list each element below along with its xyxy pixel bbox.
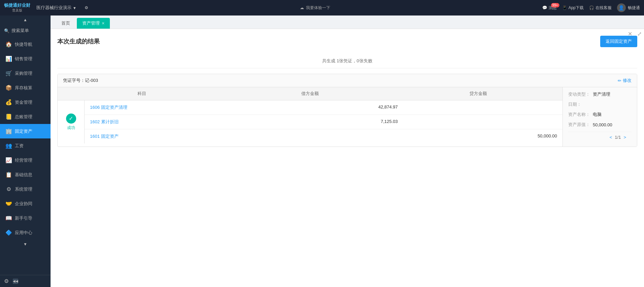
company-selector[interactable]: 医疗器械行业演示 ▾ bbox=[34, 3, 79, 12]
scroll-up-arrow[interactable]: ▲ bbox=[0, 17, 51, 23]
sidebar-label-funds: 资金管理 bbox=[15, 99, 32, 105]
growth-icon: 📈 bbox=[5, 157, 12, 163]
cart-icon: 🛒 bbox=[5, 70, 12, 76]
detail-asset-value: 资产原值： 50,000.00 bbox=[568, 122, 632, 128]
row3-subject[interactable]: 1601 固定资产 bbox=[85, 129, 244, 144]
sidebar-item-app-center[interactable]: 🔷 应用中心 bbox=[0, 225, 51, 240]
app-download-btn[interactable]: 📱 App下载 bbox=[562, 5, 584, 11]
sidebar-label-business: 经营管理 bbox=[15, 157, 32, 163]
next-btn[interactable]: > bbox=[623, 135, 626, 140]
table-row: 1602 累计折旧 7,125.03 bbox=[85, 115, 562, 129]
page-header: 本次生成的结果 返回固定资产 bbox=[57, 36, 637, 47]
sidebar-item-sales[interactable]: 📊 销售管理 bbox=[0, 52, 51, 66]
sidebar-search[interactable]: 🔍 搜索菜单 bbox=[0, 24, 51, 37]
asset-value-label: 资产原值： bbox=[568, 122, 590, 128]
sidebar-item-funds[interactable]: 💰 资金管理 bbox=[0, 95, 51, 109]
sidebar-item-system[interactable]: ⚙ 系统管理 bbox=[0, 182, 51, 196]
detail-asset-name: 资产名称： 电脑 bbox=[568, 111, 632, 118]
tab-close-icon[interactable]: × bbox=[102, 21, 104, 26]
tab-home-label: 首页 bbox=[61, 21, 70, 26]
gear-icon: ⚙ bbox=[85, 5, 88, 10]
headset-icon: 🎧 bbox=[589, 5, 594, 10]
detail-panel: 变动类型： 资产清理 日期： 资产名称： 电脑 资产原值： bbox=[563, 87, 637, 147]
row3-credit: 50,000.00 bbox=[403, 129, 562, 144]
date-label: 日期： bbox=[568, 101, 581, 107]
search-icon: 🔍 bbox=[4, 28, 9, 33]
success-text: 成功 bbox=[67, 125, 75, 131]
row1-debit: 42,874.97 bbox=[244, 100, 403, 115]
change-type-label: 变动类型： bbox=[568, 91, 590, 97]
voucher-body: 科目 借方金额 贷方金额 ✓ 成功 bbox=[58, 87, 637, 147]
app-download-label: App下载 bbox=[569, 5, 584, 11]
sidebar-item-newbie[interactable]: 📖 新手引导 bbox=[0, 211, 51, 225]
sidebar-label-payroll: 工资 bbox=[15, 143, 24, 149]
sidebar-label-app-center: 应用中心 bbox=[15, 230, 32, 236]
voucher-table-area: 科目 借方金额 贷方金额 ✓ 成功 bbox=[58, 87, 563, 147]
message-btn[interactable]: 💬 消息 99+ bbox=[542, 5, 557, 11]
settings-btn[interactable]: ⚙ bbox=[85, 5, 88, 10]
sidebar-label-purchase: 采购管理 bbox=[15, 70, 32, 76]
sidebar-item-enterprise[interactable]: 🤝 企业协同 bbox=[0, 196, 51, 211]
sidebar-label-newbie: 新手引导 bbox=[15, 215, 32, 221]
avatar: 👤 bbox=[617, 3, 626, 12]
success-checkmark: ✓ bbox=[66, 114, 76, 124]
row1-subject[interactable]: 1606 固定资产清理 bbox=[85, 100, 244, 115]
summary-bar: 共生成 1张凭证，0张失败 bbox=[57, 54, 637, 68]
settings-bottom-icon[interactable]: ⚙ bbox=[4, 278, 9, 284]
expand-panel-btn[interactable]: ⤢ bbox=[635, 29, 644, 38]
pagination: < 1/1 > bbox=[568, 132, 632, 142]
tab-asset-mgmt[interactable]: 资产管理 × bbox=[77, 18, 110, 29]
row2-subject[interactable]: 1602 累计折旧 bbox=[85, 115, 244, 129]
logo-title: 畅捷通好业财 bbox=[4, 3, 30, 8]
main-layout: ▲ 🔍 搜索菜单 🏠 快捷导航 📊 销售管理 🛒 采购管理 📦 库存核算 💰 资… bbox=[0, 15, 644, 287]
sidebar-label-inventory: 库存核算 bbox=[15, 85, 32, 91]
sidebar-label-quick-nav: 快捷导航 bbox=[15, 41, 32, 47]
sidebar-item-basic-info[interactable]: 📋 基础信息 bbox=[0, 167, 51, 182]
sidebar-item-general-ledger[interactable]: 📒 总账管理 bbox=[0, 109, 51, 124]
header-right: 💬 消息 99+ 📱 App下载 🎧 在线客服 👤 畅捷通 bbox=[542, 3, 640, 12]
sidebar-label-enterprise: 企业协同 bbox=[15, 201, 32, 207]
row3-debit bbox=[244, 129, 403, 144]
sidebar-item-fixed-assets[interactable]: 🏢 固定资产 bbox=[0, 124, 51, 138]
asset-name-value: 电脑 bbox=[593, 111, 602, 118]
expand-icon: ⤢ bbox=[637, 31, 642, 37]
sidebar-item-quick-nav[interactable]: 🏠 快捷导航 bbox=[0, 37, 51, 52]
sidebar-item-business[interactable]: 📈 经营管理 bbox=[0, 153, 51, 167]
sidebar-item-purchase[interactable]: 🛒 采购管理 bbox=[0, 66, 51, 81]
close-panel-btn[interactable]: ✕ bbox=[625, 29, 635, 38]
user-area[interactable]: 👤 畅捷通 bbox=[617, 3, 640, 12]
header-credit: 贷方金额 bbox=[394, 87, 562, 100]
row1-credit bbox=[403, 100, 562, 115]
sidebar-item-inventory[interactable]: 📦 库存核算 bbox=[0, 81, 51, 95]
scroll-down-arrow[interactable]: ▼ bbox=[0, 241, 51, 247]
window-controls: ✕ ⤢ bbox=[625, 29, 644, 38]
table-header: 科目 借方金额 贷方金额 bbox=[58, 87, 562, 100]
ledger-icon: 📒 bbox=[5, 114, 12, 120]
header-debit: 借方金额 bbox=[226, 87, 394, 100]
company-name: 医疗器械行业演示 bbox=[36, 5, 71, 11]
sidebar-item-payroll[interactable]: 👥 工资 bbox=[0, 138, 51, 153]
prev-btn[interactable]: < bbox=[610, 135, 612, 140]
sidebar-label-general-ledger: 总账管理 bbox=[15, 114, 32, 120]
row2-credit bbox=[403, 115, 562, 129]
collapse-btn[interactable]: ◀◀ bbox=[13, 279, 18, 284]
voucher-header: 凭证字号：记-003 ✏ 修改 bbox=[58, 74, 637, 87]
sidebar-label-sales: 销售管理 bbox=[15, 56, 32, 62]
header-left: 畅捷通好业财 普及版 医疗器械行业演示 ▾ ⚙ bbox=[4, 3, 88, 13]
experience-label[interactable]: 我要体验一下 bbox=[306, 5, 330, 11]
edit-btn[interactable]: ✏ 修改 bbox=[618, 77, 632, 84]
search-label: 搜索菜单 bbox=[11, 28, 29, 34]
box-icon: 📦 bbox=[5, 85, 12, 91]
experience-area: ☁ 我要体验一下 bbox=[300, 5, 330, 11]
edit-btn-label: 修改 bbox=[623, 77, 632, 84]
sidebar-scroll-down: ▼ bbox=[0, 240, 51, 249]
sidebar-scroll-up: ▲ bbox=[0, 15, 51, 24]
tab-home[interactable]: 首页 bbox=[56, 18, 75, 29]
table-row: 1601 固定资产 50,000.00 bbox=[85, 129, 562, 144]
summary-text: 共生成 1张凭证，0张失败 bbox=[322, 58, 372, 63]
username: 畅捷通 bbox=[628, 5, 640, 11]
customer-service-btn[interactable]: 🎧 在线客服 bbox=[589, 5, 612, 11]
chevron-down-icon: ▾ bbox=[73, 5, 76, 10]
close-icon: ✕ bbox=[628, 31, 632, 37]
logo-area: 畅捷通好业财 普及版 bbox=[4, 3, 30, 13]
